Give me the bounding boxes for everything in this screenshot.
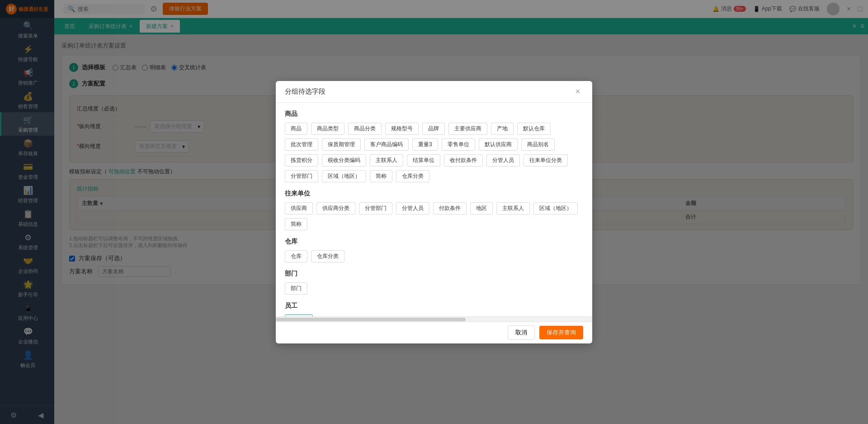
field-select-modal: 分组待选字段 × 商品商品商品类型商品分类规格型号品牌主要供应商产地默认仓库批次… <box>276 81 592 343</box>
field-tag[interactable]: 简称 <box>370 170 392 182</box>
field-tag[interactable]: 税收分类编码 <box>322 154 366 167</box>
modal-body[interactable]: 商品商品商品类型商品分类规格型号品牌主要供应商产地默认仓库批次管理保质期管理客户… <box>276 103 592 316</box>
field-tag[interactable]: 主联系人 <box>496 202 530 214</box>
field-tag[interactable]: 付款条件 <box>433 202 467 214</box>
field-tag[interactable]: 分管部门 <box>359 202 392 214</box>
field-tag[interactable]: 主联系人 <box>370 154 403 167</box>
cancel-btn[interactable]: 取消 <box>508 325 535 340</box>
field-group-title: 往来单位 <box>285 190 583 198</box>
field-tag[interactable]: 仓库分类 <box>311 250 344 262</box>
field-group-仓库: 仓库仓库仓库分类 <box>285 238 583 262</box>
field-tag[interactable]: 供应商 <box>285 202 313 214</box>
field-group-往来单位: 往来单位供应商供应商分类分管部门分管人员付款条件地区主联系人区域（地区）简称 <box>285 190 583 230</box>
field-tag[interactable]: 供应商分类 <box>316 202 355 214</box>
field-group-title: 商品 <box>285 110 583 118</box>
field-tag[interactable]: 拣货积分 <box>285 154 318 167</box>
field-tag[interactable]: 往来单位分类 <box>524 154 568 167</box>
field-group-title: 员工 <box>285 302 583 310</box>
field-tag[interactable]: 分管人员 <box>486 154 520 167</box>
field-tag[interactable]: 产地 <box>491 123 514 135</box>
field-tag[interactable]: 区域（地区） <box>533 202 578 214</box>
field-tag[interactable]: 客户商品编码 <box>364 138 409 151</box>
modal-close-btn[interactable]: × <box>572 86 583 97</box>
field-tag[interactable]: 批次管理 <box>285 138 318 151</box>
field-tag[interactable]: 商品类型 <box>311 123 344 135</box>
field-tag[interactable]: 默认供应商 <box>479 138 518 151</box>
field-tag[interactable]: 保质期管理 <box>322 138 361 151</box>
field-tag[interactable]: 部门 <box>285 282 307 295</box>
field-tag[interactable]: 仓库分类 <box>396 170 429 182</box>
field-tag[interactable]: 分管人员 <box>396 202 429 214</box>
field-tag[interactable]: 区域（地区） <box>322 170 366 182</box>
field-group-商品: 商品商品商品类型商品分类规格型号品牌主要供应商产地默认仓库批次管理保质期管理客户… <box>285 110 583 182</box>
field-tag[interactable]: 结算单位 <box>407 154 440 167</box>
modal-footer: 取消 保存并查询 <box>276 322 592 343</box>
modal-header: 分组待选字段 × <box>276 81 592 103</box>
field-tag[interactable]: 品牌 <box>422 123 445 135</box>
field-group-title: 部门 <box>285 270 583 278</box>
field-tag[interactable]: 零售单位 <box>442 138 475 151</box>
field-tag[interactable]: 分管部门 <box>285 170 318 182</box>
confirm-btn[interactable]: 保存并查询 <box>539 326 583 339</box>
modal-title: 分组待选字段 <box>285 87 326 96</box>
field-tag[interactable]: 地区 <box>470 202 493 214</box>
field-tag[interactable]: 重量3 <box>412 138 438 151</box>
field-group-title: 仓库 <box>285 238 583 246</box>
field-tag[interactable]: 主要供应商 <box>448 123 487 135</box>
field-tag[interactable]: 商品 <box>285 123 307 135</box>
hscroll-thumb <box>276 318 466 321</box>
field-tag[interactable]: 规格型号 <box>385 123 419 135</box>
field-tag[interactable]: 默认仓库 <box>517 123 551 135</box>
field-group-员工: 员工业务员 <box>285 302 583 316</box>
field-tag[interactable]: 简称 <box>285 218 307 230</box>
field-tag[interactable]: 商品分类 <box>348 123 382 135</box>
modal-hscroll[interactable] <box>276 316 592 322</box>
field-tag[interactable]: 商品别名 <box>521 138 555 151</box>
field-group-部门: 部门部门 <box>285 270 583 295</box>
field-tag[interactable]: 收付款条件 <box>444 154 483 167</box>
field-tag[interactable]: 仓库 <box>285 250 307 262</box>
